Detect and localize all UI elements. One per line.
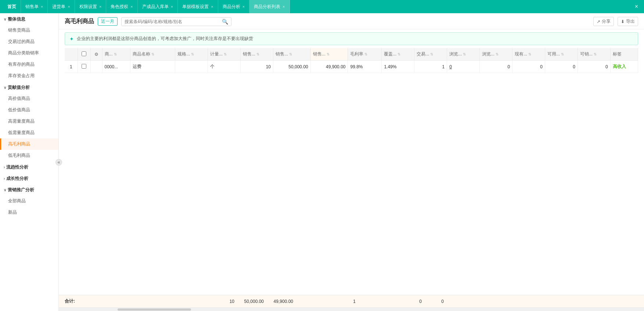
sort-icon-9: ⇅: [397, 52, 400, 56]
sort-icon-10: ⇅: [430, 52, 433, 56]
cell-browse2: 0: [480, 61, 512, 73]
sidebar-item-all-goods[interactable]: 全部商品: [0, 195, 58, 207]
nav-tab-template-settings[interactable]: 单据模板设置 ×: [178, 0, 218, 13]
cell-sales-amount: 50,000.00: [273, 61, 310, 73]
cell-gross-rate: 99.8%: [348, 61, 382, 73]
scroll-thumb[interactable]: [118, 308, 191, 311]
sort-icon-11: ⇅: [463, 52, 466, 56]
nav-tab-purchase-order[interactable]: 进货单 ×: [48, 0, 75, 13]
chevron-down-icon: ∨: [4, 17, 6, 21]
sort-icon: ⇅: [114, 52, 117, 56]
info-banner: ✦ 企业的主要的利润都是这部分商品创造的，可考虑加大推广，同时关注库存是不要出现…: [65, 32, 638, 45]
footer-sales-cost: 49,900.00: [264, 299, 293, 304]
sidebar-group-growth-analysis[interactable]: › 成长性分析: [0, 173, 58, 184]
sidebar-item-traded-goods[interactable]: 交易过的商品: [0, 36, 58, 47]
col-sales-amount[interactable]: 销售...⇅: [273, 48, 310, 61]
close-tab-product-analysis-list[interactable]: ×: [283, 4, 285, 9]
close-tab-template-settings[interactable]: ×: [211, 4, 213, 9]
sidebar-item-goods-classification[interactable]: 商品分类助销率: [0, 47, 58, 59]
close-tab-purchase-order[interactable]: ×: [68, 4, 70, 9]
sidebar-item-low-demand-goods[interactable]: 低需量度商品: [0, 127, 58, 138]
footer-label: 合计:: [65, 298, 87, 304]
col-sellable-stock[interactable]: 可销...⇅: [578, 48, 610, 61]
sidebar-item-stock-capital[interactable]: 库存资金占用: [0, 70, 58, 82]
sidebar-item-low-value-goods[interactable]: 低价值商品: [0, 104, 58, 116]
search-icon[interactable]: 🔍: [222, 19, 228, 25]
cell-checkbox: [78, 61, 90, 73]
sort-icon-15: ⇅: [594, 52, 597, 56]
nav-tab-product-analysis[interactable]: 商品分析 ×: [218, 0, 249, 13]
nav-tab-home[interactable]: 首页: [3, 0, 21, 13]
sidebar-group-marketing-analysis[interactable]: ∨ 营销推广分析: [0, 184, 58, 195]
close-tab-product-analysis[interactable]: ×: [242, 4, 245, 9]
table-row: 1 0000... 运费 个 10 50,000.00 49,900.00 99…: [65, 61, 638, 73]
col-checkbox: [78, 48, 90, 61]
close-tab-sales-order[interactable]: ×: [41, 4, 43, 9]
table-footer: 合计: 10 50,000.00 49,900.00 1 0 0: [59, 295, 644, 307]
cell-sales-qty: 10: [241, 61, 273, 73]
nav-tab-permission-settings[interactable]: 权限设置 ×: [75, 0, 106, 13]
close-tab-product-entry[interactable]: ×: [171, 4, 173, 9]
footer-sales-amount: 50,000.00: [234, 299, 264, 304]
nav-tab-product-entry[interactable]: 产成品入库单 ×: [138, 0, 178, 13]
sidebar-item-high-margin-goods[interactable]: 高毛利商品: [0, 138, 58, 150]
search-box: 🔍: [121, 17, 231, 26]
sidebar-item-in-stock-goods[interactable]: 有库存的商品: [0, 59, 58, 70]
cell-spec: [175, 61, 208, 73]
time-filter-button[interactable]: 近一月: [98, 17, 118, 26]
cell-unit: 个: [208, 61, 241, 73]
share-button[interactable]: ↗ 分享: [593, 17, 614, 26]
sidebar-item-new-goods[interactable]: 新品: [0, 207, 58, 218]
close-tab-permission-settings[interactable]: ×: [99, 4, 101, 9]
sidebar-item-sales-goods[interactable]: 销售货商品: [0, 25, 58, 36]
cell-settings: [90, 61, 102, 73]
sidebar-group-trend-analysis[interactable]: › 流趋性分析: [0, 161, 58, 173]
sidebar-item-low-margin-goods[interactable]: 低毛利商品: [0, 150, 58, 161]
col-unit[interactable]: 计量...⇅: [208, 48, 241, 61]
chevron-right-icon: ›: [4, 165, 5, 169]
cell-browse1[interactable]: 0: [447, 61, 480, 73]
sidebar-group-wealth-analysis[interactable]: ∨ 贡献值分析: [0, 82, 58, 93]
close-tab-role-permission[interactable]: ×: [130, 4, 133, 9]
col-settings[interactable]: ⚙: [90, 48, 102, 61]
horizontal-scrollbar[interactable]: [59, 307, 644, 311]
col-current-stock[interactable]: 现有...⇅: [512, 48, 545, 61]
col-product-code[interactable]: 商...⇅: [102, 48, 130, 61]
nav-tab-product-analysis-list[interactable]: 商品分析列表 ×: [249, 0, 289, 13]
sidebar-group-overall-info[interactable]: ∨ 整体信息: [0, 13, 58, 25]
nav-tab-sales-order[interactable]: 销售单 ×: [21, 0, 48, 13]
search-input[interactable]: [125, 19, 220, 24]
export-button[interactable]: ⬇ 导出: [618, 17, 638, 26]
row-checkbox[interactable]: [82, 64, 86, 69]
close-all-tabs-button[interactable]: ×: [632, 3, 641, 10]
sort-icon-2: ⇅: [151, 52, 154, 56]
sort-icon-3: ⇅: [191, 52, 194, 56]
nav-tab-role-permission[interactable]: 角色授权 ×: [106, 0, 137, 13]
share-icon: ↗: [597, 19, 600, 24]
col-browse2[interactable]: 浏览...⇅: [480, 48, 512, 61]
footer-available-stock: 0: [422, 299, 444, 304]
sort-icon-7: ⇅: [327, 52, 330, 56]
sidebar-item-high-demand-goods[interactable]: 高需量度商品: [0, 116, 58, 127]
select-all-checkbox[interactable]: [82, 51, 86, 56]
sidebar-collapse-button[interactable]: «: [55, 159, 62, 166]
col-gross-rate[interactable]: 毛利率⇅: [348, 48, 382, 61]
chevron-down-icon-3: ∨: [4, 188, 6, 192]
col-browse1[interactable]: 浏览...⇅: [447, 48, 480, 61]
col-coverage[interactable]: 覆盖...⇅: [382, 48, 414, 61]
col-sales-qty[interactable]: 销售...⇅: [241, 48, 273, 61]
content-area: 高毛利商品 近一月 🔍 ↗ 分享 ⬇ 导出 ✦ 企业的主要的利润都是这部分商品创…: [59, 13, 644, 311]
cell-available-stock: 0: [545, 61, 578, 73]
col-sales-cost[interactable]: 销售...⇅: [310, 48, 348, 61]
chevron-right-icon-2: ›: [4, 177, 5, 181]
cell-current-stock: 0: [512, 61, 545, 73]
sidebar-item-high-value-goods[interactable]: 高价值商品: [0, 93, 58, 104]
col-product-name[interactable]: 商品名称⇅: [130, 48, 175, 61]
col-spec[interactable]: 规格...⇅: [175, 48, 208, 61]
cell-product-code[interactable]: 0000...: [102, 61, 130, 73]
sort-icon-13: ⇅: [528, 52, 531, 56]
col-transactions[interactable]: 交易...⇅: [414, 48, 447, 61]
header-actions: ↗ 分享 ⬇ 导出: [593, 17, 638, 26]
col-available-stock[interactable]: 可用...⇅: [545, 48, 578, 61]
cell-row-num: 1: [65, 61, 78, 73]
